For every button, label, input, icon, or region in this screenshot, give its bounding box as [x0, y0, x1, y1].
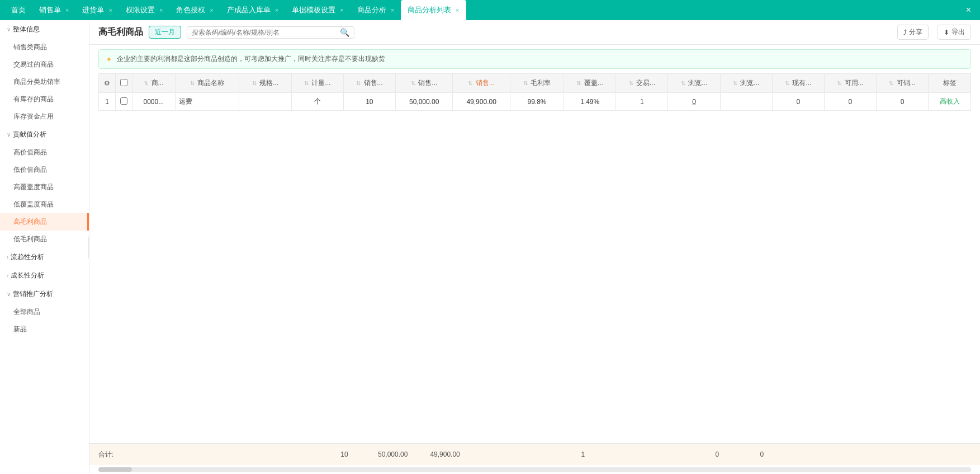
col-gross-margin[interactable]: ⇅ 毛利率 [510, 74, 564, 93]
col-sale-profit[interactable]: ⇅ 销售... [453, 74, 510, 93]
close-sales-order[interactable]: × [65, 7, 69, 13]
nav-purchase-order[interactable]: 进货单 × [75, 0, 119, 20]
nav-product-warehouse[interactable]: 产成品入库单 × [220, 0, 285, 20]
col-available[interactable]: ⇅ 可用... [824, 74, 876, 93]
footer-spacer-1 [143, 452, 188, 457]
footer-available: 0 [740, 448, 784, 461]
cell-available: 0 [824, 93, 876, 111]
col-settings[interactable]: ⚙ [99, 74, 116, 93]
col-name[interactable]: ⇅ 商品名称 [175, 74, 239, 93]
cell-coverage: 1.49% [564, 93, 616, 111]
sidebar-section-flow[interactable]: › 流趋性分析 [0, 248, 89, 266]
col-sale-qty[interactable]: ⇅ 销售... [343, 74, 395, 93]
footer-sale-profit: 49,900.00 [419, 448, 471, 461]
scrollbar-thumb[interactable] [98, 467, 132, 472]
share-button[interactable]: ⤴ 分享 [897, 25, 929, 40]
sidebar-item-low-margin[interactable]: 低毛利商品 [0, 231, 89, 248]
close-role-auth[interactable]: × [210, 7, 213, 13]
table-container[interactable]: ⚙ ⇅ 商... ⇅ 商品名称 [89, 73, 980, 443]
sidebar-item-sales-goods[interactable]: 销售类商品 [0, 39, 89, 56]
section-arrow-flow: › [7, 254, 8, 260]
sidebar-collapse-button[interactable]: « [88, 236, 89, 259]
browse1-link[interactable]: 0 [692, 98, 696, 106]
cell-index: 1 [99, 93, 116, 111]
cell-transaction: 1 [616, 93, 668, 111]
footer-transaction: 1 [561, 448, 605, 461]
footer-spacer-4 [277, 452, 322, 457]
sidebar-item-high-margin[interactable]: 高毛利商品 [0, 213, 89, 231]
info-banner: ✦ 企业的主要的利润都是这部分商品创造的，可考虑加大推广，同时关注库存是不要出现… [98, 49, 971, 69]
sidebar: « ∨ 整体信息 销售类商品 交易过的商品 商品分类助销率 有库存的商品 库存资… [0, 20, 89, 474]
nav-product-analysis-list[interactable]: 商品分析列表 × [401, 0, 466, 20]
sort-sale-profit-icon: ⇅ [468, 80, 472, 86]
sidebar-section-contribution[interactable]: ∨ 贡献值分析 [0, 125, 89, 144]
sidebar-item-category-sales-rate[interactable]: 商品分类助销率 [0, 73, 89, 91]
nav-permission-settings[interactable]: 权限设置 × [119, 0, 169, 20]
close-template-settings[interactable]: × [340, 7, 343, 13]
cell-spec [239, 93, 291, 111]
close-product-analysis-list[interactable]: × [456, 7, 459, 13]
sidebar-item-all-goods[interactable]: 全部商品 [0, 303, 89, 321]
footer-spacer-5 [471, 452, 516, 457]
col-browse1[interactable]: ⇅ 浏览... [668, 74, 720, 93]
sidebar-item-high-coverage[interactable]: 高覆盖度商品 [0, 179, 89, 196]
cell-browse1[interactable]: 0 [668, 93, 720, 111]
cell-code: 0000... [132, 93, 176, 111]
filter-recent-month[interactable]: 近一月 [149, 26, 181, 39]
content-header: 高毛利商品 近一月 🔍 ⤴ 分享 ⬇ 导出 [89, 20, 980, 45]
search-input[interactable] [192, 29, 337, 36]
cell-checkbox [116, 93, 132, 111]
sidebar-item-new-goods[interactable]: 新品 [0, 321, 89, 338]
row-checkbox[interactable] [120, 97, 127, 105]
col-unit[interactable]: ⇅ 计量... [291, 74, 343, 93]
sidebar-item-high-value[interactable]: 高价值商品 [0, 144, 89, 161]
sort-available-icon: ⇅ [837, 80, 841, 86]
col-transaction[interactable]: ⇅ 交易... [616, 74, 668, 93]
footer-spacer-8 [650, 452, 695, 457]
col-coverage[interactable]: ⇅ 覆盖... [564, 74, 616, 93]
cell-name[interactable]: 运费 [175, 93, 239, 111]
close-product-analysis[interactable]: × [391, 7, 394, 13]
sort-gross-margin-icon: ⇅ [523, 80, 528, 86]
select-all-checkbox[interactable] [120, 79, 127, 86]
col-sale-amount[interactable]: ⇅ 销售... [395, 74, 452, 93]
export-icon: ⬇ [944, 29, 949, 36]
settings-icon[interactable]: ⚙ [104, 79, 110, 87]
col-code[interactable]: ⇅ 商... [132, 74, 176, 93]
sidebar-section-growth[interactable]: › 成长性分析 [0, 266, 89, 285]
sort-sale-amount-icon: ⇅ [411, 80, 415, 86]
nav-sales-order[interactable]: 销售单 × [32, 0, 75, 20]
sidebar-item-low-coverage[interactable]: 低覆盖度商品 [0, 196, 89, 213]
window-close-button[interactable]: × [962, 5, 976, 15]
footer-spacer-3 [233, 452, 277, 457]
export-button[interactable]: ⬇ 导出 [938, 25, 971, 40]
sidebar-item-low-value[interactable]: 低价值商品 [0, 161, 89, 179]
section-arrow-contribution: ∨ [7, 132, 11, 138]
cell-saleable: 0 [877, 93, 929, 111]
nav-product-analysis[interactable]: 商品分析 × [351, 0, 401, 20]
nav-role-auth[interactable]: 角色授权 × [169, 0, 220, 20]
cell-sale-qty: 10 [343, 93, 395, 111]
sidebar-item-stock-goods[interactable]: 有库存的商品 [0, 91, 89, 108]
cell-gross-margin: 99.8% [510, 93, 564, 111]
sort-unit-icon: ⇅ [304, 80, 309, 86]
search-icon[interactable]: 🔍 [340, 28, 349, 37]
col-browse2[interactable]: ⇅ 浏览... [720, 74, 772, 93]
nav-home[interactable]: 首页 [4, 0, 32, 20]
sort-name-icon: ⇅ [190, 80, 195, 86]
close-purchase-order[interactable]: × [108, 7, 112, 13]
col-current[interactable]: ⇅ 现有... [772, 74, 824, 93]
col-spec[interactable]: ⇅ 规格... [239, 74, 291, 93]
nav-template-settings[interactable]: 单据模板设置 × [285, 0, 350, 20]
content-area: 高毛利商品 近一月 🔍 ⤴ 分享 ⬇ 导出 ✦ 企业的主要的利润都是这部分商品创… [89, 20, 980, 474]
close-permission-settings[interactable]: × [159, 7, 163, 13]
horizontal-scrollbar[interactable] [98, 467, 971, 472]
sidebar-item-traded-goods[interactable]: 交易过的商品 [0, 56, 89, 73]
col-saleable[interactable]: ⇅ 可销... [877, 74, 929, 93]
sidebar-section-marketing[interactable]: ∨ 营销推广分析 [0, 285, 89, 303]
sidebar-item-stock-capital[interactable]: 库存资金占用 [0, 108, 89, 125]
sidebar-section-overall-info[interactable]: ∨ 整体信息 [0, 20, 89, 39]
close-product-warehouse[interactable]: × [275, 7, 278, 13]
sort-browse2-icon: ⇅ [733, 80, 737, 86]
section-arrow-overall: ∨ [7, 26, 11, 32]
